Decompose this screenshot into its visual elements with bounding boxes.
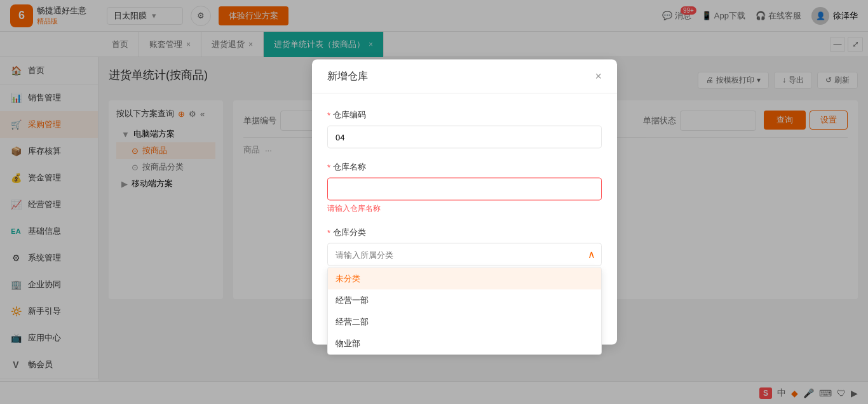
code-label: 仓库编码	[333, 109, 366, 121]
category-label: 仓库分类	[333, 227, 366, 238]
new-warehouse-dialog: 新增仓库 × * 仓库编码 * 仓库名称 请输入仓库名称 * 仓库分类	[312, 60, 617, 345]
name-label: 仓库名称	[333, 161, 366, 173]
dialog-title: 新增仓库	[327, 70, 368, 83]
dropdown-item-property[interactable]: 物业部	[328, 333, 601, 354]
code-required: *	[327, 110, 330, 119]
dropdown-item-dept1[interactable]: 经营一部	[328, 290, 601, 311]
code-label-row: * 仓库编码	[327, 109, 602, 121]
field-warehouse-name: * 仓库名称 请输入仓库名称	[327, 161, 602, 214]
category-input[interactable]	[327, 243, 602, 266]
category-required: *	[327, 227, 330, 237]
category-dropdown: 未分类 经营一部 经营二部 物业部	[327, 267, 602, 355]
dialog-header: 新增仓库 ×	[312, 60, 617, 94]
dropdown-item-unclassified[interactable]: 未分类	[328, 268, 601, 290]
name-required: *	[327, 162, 330, 172]
category-select-wrap: ∧ 未分类 经营一部 经营二部 物业部	[327, 243, 602, 266]
dialog-close-btn[interactable]: ×	[595, 70, 602, 83]
code-input[interactable]	[327, 126, 602, 149]
name-label-row: * 仓库名称	[327, 161, 602, 173]
dropdown-item-dept2[interactable]: 经营二部	[328, 311, 601, 333]
name-input[interactable]	[327, 178, 602, 201]
field-warehouse-code: * 仓库编码	[327, 109, 602, 149]
dialog-body: * 仓库编码 * 仓库名称 请输入仓库名称 * 仓库分类 ∧	[312, 94, 617, 313]
category-label-row: * 仓库分类	[327, 227, 602, 238]
name-error-msg: 请输入仓库名称	[327, 203, 602, 214]
field-warehouse-category: * 仓库分类 ∧ 未分类 经营一部 经营二部 物业部	[327, 227, 602, 266]
